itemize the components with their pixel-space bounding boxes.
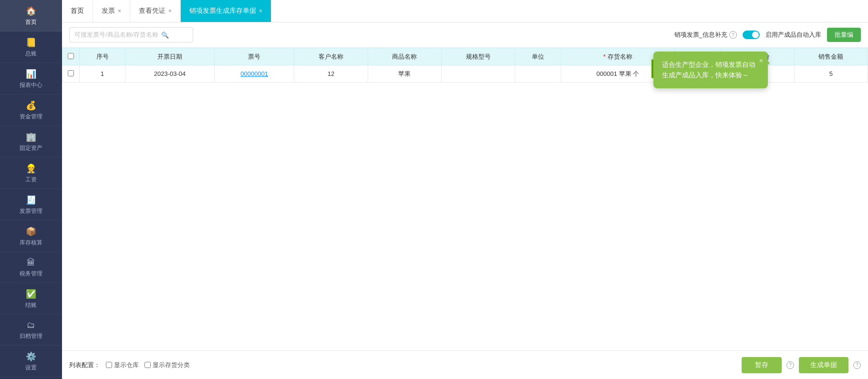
save-button[interactable]: 暂存 [742,357,782,373]
sidebar-item-guide[interactable]: ▶ 新手引导 [0,377,62,379]
info-label-text: 销项发票_信息补充 [674,31,727,39]
assets-icon: 🏢 [26,132,36,142]
col-seq: 序号 [80,48,125,65]
sidebar-item-settings[interactable]: ⚙️ 设置 [0,346,62,377]
sidebar-item-label: 税务管理 [20,270,42,278]
row-checkbox[interactable] [68,70,74,76]
sidebar-item-label: 发票管理 [20,207,42,215]
sidebar-item-label: 固定资产 [20,144,42,152]
bottom-right: 暂存 ? 生成单据 ? [742,357,861,373]
reports-icon: 📊 [26,69,36,79]
content-area: 可搜发票号/商品名称/存货名称 🔍 销项发票_信息补充 ? 启用产成品自动入库 … [62,22,868,379]
search-box[interactable]: 可搜发票号/商品名称/存货名称 🔍 [69,27,193,42]
warehouse-checkbox[interactable] [106,362,112,368]
sidebar-item-funds[interactable]: 💰 资金管理 [0,95,62,126]
toolbar: 可搜发票号/商品名称/存货名称 🔍 销项发票_信息补充 ? 启用产成品自动入库 … [62,22,868,48]
cell-unit [515,65,561,83]
invoice-mgmt-icon: 🧾 [26,195,36,205]
tab-view-voucher-close[interactable]: × [168,8,172,14]
sidebar-item-assets[interactable]: 🏢 固定资产 [0,126,62,158]
col-checkbox [62,48,80,65]
tab-invoice[interactable]: 发票 × [93,0,130,22]
sidebar-item-label: 首页 [25,18,37,26]
tab-sale-return-close[interactable]: × [259,8,262,14]
sidebar-item-salary[interactable]: 👷 工资 [0,158,62,189]
sidebar: 🏠 首页 📒 总账 📊 报表中心 💰 资金管理 🏢 固定资产 👷 工资 🧾 发票… [0,0,62,379]
tab-home[interactable]: 首页 [62,0,93,22]
sidebar-item-label: 设置 [25,364,37,372]
save-help-icon[interactable]: ? [786,361,794,369]
col-customer: 客户名称 [294,48,368,65]
cell-goods: 苹果 [368,65,441,83]
sidebar-item-inventory[interactable]: 📦 库存核算 [0,221,62,252]
warehouse-checkbox-label[interactable]: 显示仓库 [106,361,139,369]
col-model: 规格型号 [442,48,515,65]
category-label: 显示存货分类 [153,361,190,369]
tooltip-close-button[interactable]: × [759,55,763,66]
list-config: 列表配置： 显示仓库 显示存货分类 [69,361,190,369]
category-checkbox[interactable] [145,362,151,368]
info-label: 销项发票_信息补充 ? [674,31,737,39]
col-ticket-no: 票号 [214,48,294,65]
sidebar-item-label: 工资 [25,176,37,184]
bottom-bar: 列表配置： 显示仓库 显示存货分类 暂存 ? 生成单据 ? [62,350,868,379]
sidebar-item-label: 报表中心 [20,81,42,89]
salary-icon: 👷 [26,163,36,174]
main-area: 首页 发票 × 查看凭证 × 销项发票生成库存单据 × 可搜发票号/商品名称/存… [62,0,868,379]
home-icon: 🏠 [26,6,36,16]
cell-ticket-no[interactable]: 00000001 [214,65,294,83]
tab-bar: 首页 发票 × 查看凭证 × 销项发票生成库存单据 × [62,0,868,22]
config-label: 列表配置： [69,361,100,369]
sidebar-item-label: 总账 [25,50,37,58]
search-icon[interactable]: 🔍 [161,32,169,39]
generate-button[interactable]: 生成单据 [799,357,848,373]
tooltip-text: 适合生产型企业，销项发票自动生成产成品入库，快来体验～ [662,61,755,79]
category-checkbox-label[interactable]: 显示存货分类 [145,361,190,369]
info-question-icon[interactable]: ? [729,31,737,39]
inventory-icon: 📦 [26,226,36,237]
sidebar-item-label: 资金管理 [20,113,42,121]
sidebar-item-ledger[interactable]: 📒 总账 [0,32,62,63]
toggle-switch[interactable] [743,31,760,39]
tooltip-bar [651,59,653,78]
toolbar-right: 销项发票_信息补充 ? 启用产成品自动入库 批量编 [674,28,861,42]
sidebar-item-reports[interactable]: 📊 报表中心 [0,63,62,95]
sidebar-item-tax[interactable]: 🏛 税务管理 [0,252,62,283]
tab-invoice-close[interactable]: × [118,8,121,14]
select-all-checkbox[interactable] [68,53,74,59]
table-wrapper: × 适合生产型企业，销项发票自动生成产成品入库，快来体验～ 序号 开票日期 [62,48,868,350]
sidebar-item-label: 库存核算 [20,239,42,247]
funds-icon: 💰 [26,100,36,111]
cell-date: 2023-03-04 [125,65,215,83]
batch-button[interactable]: 批量编 [827,28,861,42]
tab-view-voucher[interactable]: 查看凭证 × [130,0,181,22]
col-goods: 商品名称 [368,48,441,65]
sidebar-item-settlement[interactable]: ✅ 结账 [0,283,62,315]
sidebar-item-label: 结账 [25,301,37,309]
archive-icon: 🗂 [27,320,35,330]
col-amount: 销售金额 [794,48,868,65]
warehouse-label: 显示仓库 [114,361,139,369]
cell-seq: 1 [80,65,125,83]
sidebar-item-home[interactable]: 🏠 首页 [0,0,62,32]
cell-amount: 5 [794,65,868,83]
row-checkbox-cell [62,65,80,83]
sidebar-item-label: 归档管理 [20,332,42,340]
sidebar-item-invoice-mgmt[interactable]: 🧾 发票管理 [0,189,62,221]
settlement-icon: ✅ [26,289,36,299]
tab-sale-return[interactable]: 销项发票生成库存单据 × [181,0,271,22]
cell-model [442,65,515,83]
ledger-icon: 📒 [26,37,36,48]
settings-icon: ⚙️ [26,351,36,362]
tab-sale-return-label: 销项发票生成库存单据 [189,7,256,15]
tab-view-voucher-label: 查看凭证 [139,7,165,15]
tooltip-popup: × 适合生产型企业，销项发票自动生成产成品入库，快来体验～ [653,52,768,88]
search-placeholder: 可搜发票号/商品名称/存货名称 [74,31,158,39]
tab-home-label: 首页 [71,7,84,15]
tab-invoice-label: 发票 [102,7,115,15]
cell-customer: 12 [294,65,368,83]
generate-help-icon[interactable]: ? [853,361,861,369]
sidebar-item-archive[interactable]: 🗂 归档管理 [0,315,62,346]
tax-icon: 🏛 [27,258,35,268]
toggle-label: 启用产成品自动入库 [765,31,821,39]
